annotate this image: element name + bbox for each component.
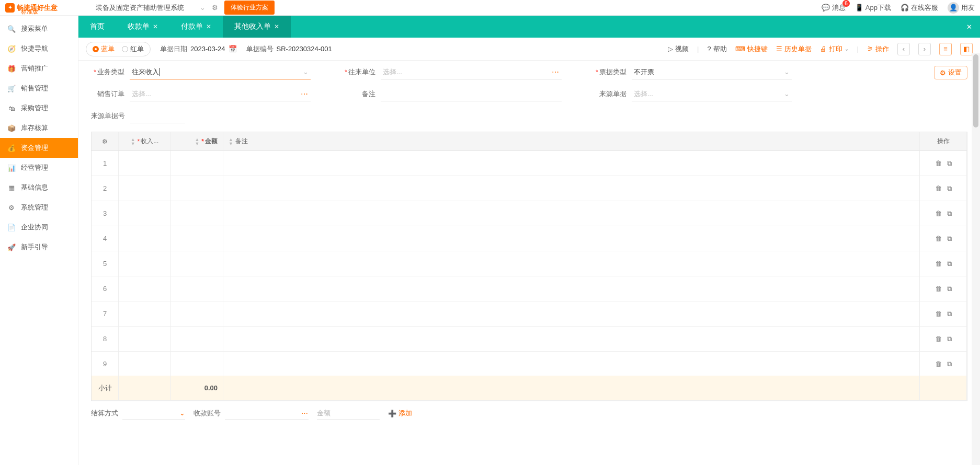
copy-icon[interactable]: ⧉ [947,184,952,193]
sidebar-item-3[interactable]: 🛒销售管理 [0,78,78,98]
help-button[interactable]: ?帮助 [707,44,726,54]
cell-remark[interactable] [223,251,920,276]
sidebar-item-6[interactable]: 💰资金管理 [0,138,78,158]
table-row[interactable]: 1🗑⧉ [92,151,967,176]
tab-2[interactable]: 付款单✕ [169,16,223,38]
close-icon[interactable]: ✕ [153,23,158,30]
cell-remark[interactable] [223,176,920,201]
sidebar-item-1[interactable]: 🧭快捷导航 [0,39,78,59]
remark-field[interactable]: 备注 [342,87,562,101]
cell-income[interactable] [119,201,171,226]
sidebar-item-10[interactable]: 📄企业协同 [0,217,78,237]
cell-remark[interactable] [223,301,920,326]
cell-remark[interactable] [223,352,920,376]
system-selector[interactable]: 装备及固定资产辅助管理系统 ⌄ [96,3,206,13]
cell-remark[interactable] [223,327,920,351]
sidebar-item-8[interactable]: ▦基础信息 [0,178,78,197]
cell-amount[interactable] [171,226,223,251]
messages-button[interactable]: 💬 消息 6 [822,3,846,13]
delete-icon[interactable]: 🗑 [935,210,942,217]
table-row[interactable]: 6🗑⧉ [92,276,967,301]
sidebar-item-7[interactable]: 📊经营管理 [0,158,78,178]
sidebar-item-4[interactable]: 🛍采购管理 [0,98,78,118]
delete-icon[interactable]: 🗑 [935,335,942,343]
tab-1[interactable]: 收款单✕ [116,16,169,38]
industry-cta-button[interactable]: 体验行业方案 [224,1,275,15]
table-row[interactable]: 7🗑⧉ [92,301,967,327]
cell-amount[interactable] [171,151,223,176]
more-icon[interactable]: ⋯ [301,90,309,98]
form-settings-button[interactable]: ⚙设置 [934,66,967,79]
delete-icon[interactable]: 🗑 [935,260,942,268]
copy-icon[interactable]: ⧉ [947,310,952,318]
table-row[interactable]: 4🗑⧉ [92,226,967,251]
copy-icon[interactable]: ⧉ [947,235,952,243]
copy-icon[interactable]: ⧉ [947,285,952,293]
source-doc-no-field[interactable]: 来源单据号 [91,109,185,123]
doc-date-field[interactable]: 单据日期 2023-03-24 📅 [160,44,237,54]
cell-remark[interactable] [223,226,920,251]
sidebar-item-9[interactable]: ⚙系统管理 [0,197,78,217]
account-field[interactable]: 收款账号 ⋯ [193,406,309,420]
col-amount[interactable]: ▲▼*金额 [171,132,223,150]
add-settlement-button[interactable]: ➕添加 [388,409,412,418]
cell-amount[interactable] [171,301,223,326]
cell-amount[interactable] [171,201,223,226]
delete-icon[interactable]: 🗑 [935,184,942,192]
cell-income[interactable] [119,251,171,276]
red-sheet-radio[interactable]: 红单 [122,44,144,54]
sales-order-field[interactable]: 销售订单 选择...⋯ [91,87,311,101]
settle-amount-input[interactable]: 金额 [317,406,380,420]
copy-icon[interactable]: ⧉ [947,335,952,343]
grid-config-button[interactable]: ⚙ [92,132,119,150]
cell-income[interactable] [119,226,171,251]
support-button[interactable]: 🎧 在线客服 [901,3,938,13]
table-row[interactable]: 5🗑⧉ [92,251,967,276]
vertical-scrollbar[interactable] [972,53,980,465]
sidebar-item-0[interactable]: 🔍搜索菜单 [0,19,78,39]
delete-icon[interactable]: 🗑 [935,360,942,368]
tab-0[interactable]: 首页 [78,16,116,38]
delete-icon[interactable]: 🗑 [935,159,942,167]
cell-income[interactable] [119,276,171,301]
cell-income[interactable] [119,176,171,201]
col-remark[interactable]: ▲▼备注 [223,132,920,150]
delete-icon[interactable]: 🗑 [935,310,942,318]
prev-doc-button[interactable]: ‹ [897,43,910,55]
cell-amount[interactable] [171,251,223,276]
panel-toggle-button[interactable]: ◧ [960,43,973,55]
sidebar-item-5[interactable]: 📦库存核算 [0,118,78,138]
blue-sheet-radio[interactable]: 蓝单 [93,44,115,54]
operations-button[interactable]: ⚞操作 [867,44,889,54]
cell-amount[interactable] [171,176,223,201]
tab-3[interactable]: 其他收入单✕ [223,16,291,38]
table-row[interactable]: 2🗑⧉ [92,176,967,201]
table-row[interactable]: 3🗑⧉ [92,201,967,226]
cell-amount[interactable] [171,352,223,376]
cell-remark[interactable] [223,151,920,176]
close-icon[interactable]: ✕ [206,23,211,30]
cell-amount[interactable] [171,276,223,301]
cell-amount[interactable] [171,327,223,351]
delete-icon[interactable]: 🗑 [935,285,942,293]
cell-remark[interactable] [223,201,920,226]
scrollbar-thumb[interactable] [973,54,978,127]
business-type-field[interactable]: *业务类型 往来收入⌄ [91,65,311,79]
video-help-button[interactable]: ▷视频 [668,44,689,54]
cell-remark[interactable] [223,276,920,301]
close-all-tabs-button[interactable]: ✕ [958,16,980,38]
close-icon[interactable]: ✕ [274,23,279,30]
user-menu[interactable]: 👤 用友 [948,2,975,14]
print-button[interactable]: 🖨打印⌄ [820,44,849,54]
sidebar-item-11[interactable]: 🚀新手引导 [0,237,78,257]
table-row[interactable]: 9🗑⧉ [92,352,967,376]
col-income[interactable]: ▲▼*收入... [119,132,171,150]
settle-method-field[interactable]: 结算方式 ⌄ [91,406,185,420]
source-doc-field[interactable]: 来源单据 选择...⌄ [593,87,792,101]
more-icon[interactable]: ⋯ [552,68,560,76]
shortcut-button[interactable]: ⌨快捷键 [735,44,768,54]
copy-icon[interactable]: ⧉ [947,159,952,168]
cell-income[interactable] [119,327,171,351]
calendar-icon[interactable]: 📅 [229,45,237,53]
next-doc-button[interactable]: › [918,43,931,55]
